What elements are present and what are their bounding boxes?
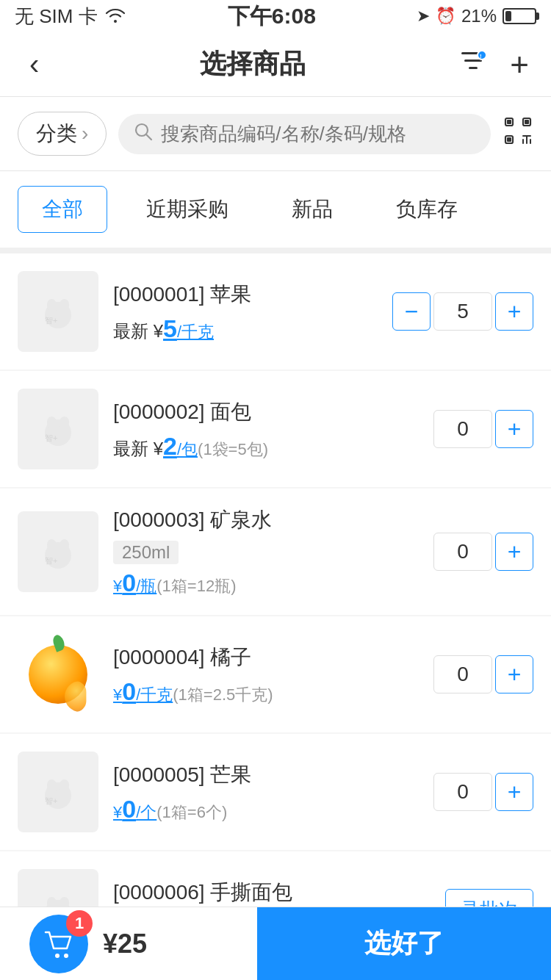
tab-new[interactable]: 新品 (267, 186, 357, 233)
product-info: [0000001] 苹果 最新 ¥5/千克 (113, 281, 378, 343)
cart-button[interactable]: 1 (29, 915, 88, 973)
list-item: [0000004] 橘子 ¥0/千克(1箱=2.5千克) + (0, 616, 551, 732)
status-right: ➤ ⏰ 21% (417, 6, 536, 26)
increase-button[interactable]: + (495, 292, 533, 331)
product-list: 智+ [0000001] 苹果 最新 ¥5/千克 − + 智+ [0000002… (0, 253, 551, 980)
product-spec: 250ml (113, 541, 179, 564)
svg-point-3 (478, 51, 486, 60)
price-unit: /千克 (177, 323, 214, 341)
status-bar: 无 SIM 卡 下午6:08 ➤ ⏰ 21% (0, 0, 551, 32)
product-image: 智+ (18, 511, 98, 592)
page-title: 选择商品 (200, 46, 306, 82)
bottom-bar: 1 ¥25 选好了 (0, 907, 551, 980)
increase-button[interactable]: + (495, 410, 533, 448)
quantity-input[interactable] (433, 533, 492, 571)
quantity-control: − + (392, 292, 533, 331)
list-item: 智+ [0000001] 苹果 最新 ¥5/千克 − + (0, 253, 551, 370)
product-price: 最新 ¥2/包(1袋=5包) (113, 432, 419, 461)
tab-negative[interactable]: 负库存 (372, 186, 482, 233)
confirm-button[interactable]: 选好了 (257, 907, 551, 980)
battery-percent: 21% (461, 6, 497, 26)
svg-text:!: ! (480, 53, 482, 60)
increase-button[interactable]: + (495, 773, 533, 811)
tab-bar: 全部 近期采购 新品 负库存 (0, 171, 551, 253)
list-item: 智+ [0000002] 面包 最新 ¥2/包(1袋=5包) + (0, 371, 551, 487)
list-item: 智+ [0000003] 矿泉水 250ml ¥0/瓶(1箱=12瓶) + (0, 489, 551, 615)
search-input[interactable] (161, 123, 476, 145)
svg-rect-2 (469, 67, 478, 69)
status-left: 无 SIM 卡 (15, 4, 127, 29)
status-time: 下午6:08 (228, 1, 316, 32)
product-name: [0000003] 矿泉水 (113, 506, 419, 534)
svg-rect-1 (464, 60, 482, 62)
increase-button[interactable]: + (495, 655, 533, 693)
nav-right: ! + (458, 46, 529, 83)
increase-button[interactable]: + (495, 533, 533, 571)
svg-text:智+: 智+ (45, 433, 57, 442)
filter-icon[interactable]: ! (458, 48, 488, 81)
cart-area: 1 ¥25 (0, 915, 257, 973)
price-prefix: 最新 ¥ (113, 321, 163, 341)
carrier: 无 SIM 卡 (15, 4, 98, 29)
product-info: [0000005] 芒果 ¥0/个(1箱=6个) (113, 761, 419, 824)
back-button[interactable]: ‹ (22, 40, 46, 88)
product-name: [0000001] 苹果 (113, 281, 378, 309)
product-name: [0000004] 橘子 (113, 644, 419, 671)
svg-text:智+: 智+ (45, 556, 57, 565)
battery-icon (503, 8, 536, 24)
product-image: 智+ (18, 752, 98, 832)
wifi-icon (104, 5, 127, 28)
category-button[interactable]: 分类 › (18, 112, 107, 156)
product-price: ¥0/瓶(1箱=12瓶) (113, 569, 419, 597)
product-name: [0000005] 芒果 (113, 761, 419, 789)
cart-badge: 1 (66, 910, 93, 937)
product-image: 智+ (18, 389, 98, 469)
product-info: [0000004] 橘子 ¥0/千克(1箱=2.5千克) (113, 644, 419, 706)
svg-text:智+: 智+ (45, 796, 57, 805)
filter-bar: 分类 › (0, 97, 551, 171)
search-box (118, 114, 491, 154)
cart-total: ¥25 (103, 929, 147, 959)
product-image (18, 634, 98, 715)
svg-text:智+: 智+ (45, 316, 57, 325)
quantity-input[interactable] (433, 655, 492, 693)
svg-point-42 (64, 954, 68, 958)
svg-rect-10 (507, 120, 511, 124)
svg-rect-12 (507, 137, 511, 142)
product-price: ¥0/千克(1箱=2.5千克) (113, 677, 419, 706)
product-name: [0000002] 面包 (113, 398, 419, 426)
decrease-button[interactable]: − (392, 292, 431, 331)
svg-point-41 (55, 954, 60, 958)
tab-all[interactable]: 全部 (18, 186, 107, 233)
quantity-control: + (433, 773, 533, 811)
alarm-icon: ⏰ (436, 7, 455, 26)
chevron-right-icon: › (82, 122, 88, 145)
quantity-control: + (433, 533, 533, 571)
add-button[interactable]: + (510, 46, 529, 83)
product-image: 智+ (18, 271, 98, 352)
product-info: [0000002] 面包 最新 ¥2/包(1袋=5包) (113, 398, 419, 461)
quantity-control: + (433, 655, 533, 693)
svg-rect-11 (525, 120, 529, 124)
location-icon: ➤ (417, 7, 430, 26)
product-info: [0000003] 矿泉水 250ml ¥0/瓶(1箱=12瓶) (113, 506, 419, 597)
nav-bar: ‹ 选择商品 ! + (0, 32, 551, 97)
quantity-input[interactable] (433, 773, 492, 811)
scan-icon[interactable] (503, 115, 533, 153)
tab-recent[interactable]: 近期采购 (122, 186, 253, 233)
product-price: 最新 ¥5/千克 (113, 314, 378, 343)
product-price: ¥0/个(1箱=6个) (113, 795, 419, 824)
svg-line-6 (146, 134, 151, 140)
list-item: 智+ [0000005] 芒果 ¥0/个(1箱=6个) + (0, 734, 551, 850)
quantity-control: + (433, 410, 533, 448)
search-icon (133, 121, 154, 147)
quantity-input[interactable] (433, 292, 492, 331)
quantity-input[interactable] (433, 410, 492, 448)
product-name: [0000006] 手撕面包 (113, 879, 431, 907)
price-number: 5 (163, 314, 177, 342)
category-label: 分类 (36, 120, 77, 148)
